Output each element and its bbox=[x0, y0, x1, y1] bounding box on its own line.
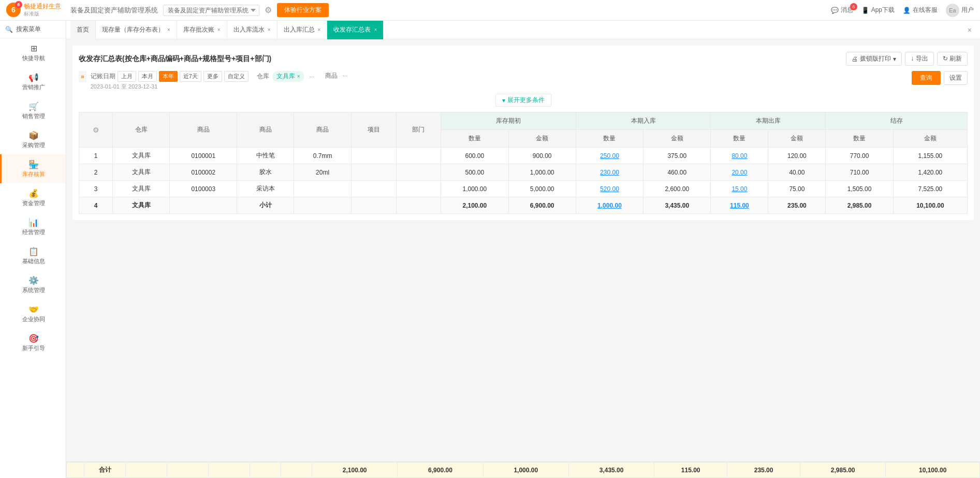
print-button[interactable]: 🖨 拨锁版打印 ▾ bbox=[846, 52, 902, 66]
print-icon: 🖨 bbox=[852, 55, 858, 63]
page-actions: 🖨 拨锁版打印 ▾ ↓ 导出 ↻ 刷新 bbox=[846, 52, 968, 66]
chevron-down-icon: ▾ bbox=[893, 55, 896, 63]
sidebar-item-inventory[interactable]: 🏪 库存核算 bbox=[0, 154, 66, 183]
filter-main: 记账日期 上月 本月 本年 近7天 更多 自定义 2023-01-01 至 20… bbox=[91, 71, 968, 91]
row1-open-qty: 600.00 bbox=[441, 148, 508, 164]
date-btn-this-year[interactable]: 本年 bbox=[159, 71, 178, 82]
content-area: 首页 现存量（库存分布表） × 库存批次账 × 出入库流水 × 出入库汇总 × bbox=[66, 21, 980, 478]
sidebar-item-basic-info[interactable]: 📋 基础信息 bbox=[0, 241, 66, 270]
data-table: ⚙ 仓库 商品 商品 商品 项目 部门 库存期初 本期入库 bbox=[79, 112, 968, 214]
sidebar-item-sales[interactable]: 🛒 销售管理 bbox=[0, 96, 66, 125]
row2-in-amt: 460.00 bbox=[643, 164, 711, 181]
notification-item[interactable]: 💬 消息 6 bbox=[831, 6, 853, 15]
tab-bar: 首页 现存量（库存分布表） × 库存批次账 × 出入库流水 × 出入库汇总 × bbox=[66, 21, 980, 39]
subtotal-empty-code bbox=[170, 197, 237, 214]
export-button[interactable]: ↓ 导出 bbox=[905, 52, 933, 66]
tab-close-receive-summary[interactable]: × bbox=[374, 27, 377, 33]
experience-button[interactable]: 体验行业方案 bbox=[277, 3, 329, 17]
total-out-qty: 115.00 bbox=[654, 462, 727, 478]
row3-in-qty[interactable]: 520.00 bbox=[576, 181, 643, 197]
sidebar-item-quick-nav[interactable]: ⊞ 快捷导航 bbox=[0, 38, 66, 67]
date-btn-last-month[interactable]: 上月 bbox=[118, 71, 136, 82]
page-content: 收发存汇总表(按仓库+商品编码+商品+规格型号+项目+部门) 🖨 拨锁版打印 ▾… bbox=[66, 39, 980, 461]
top-bar: 6 6 畅捷通好生意 标准版 装备及固定资产辅助管理系统 装备及固定资产辅助管理… bbox=[0, 0, 980, 21]
total-open-amt: 6,900.00 bbox=[398, 462, 483, 478]
row2-code: 0100002 bbox=[170, 164, 237, 181]
date-btn-more[interactable]: 更多 bbox=[203, 71, 222, 82]
app-download-item[interactable]: 📱 App下载 bbox=[861, 6, 895, 15]
tab-close-inout-flow[interactable]: × bbox=[268, 27, 271, 33]
tab-close-stock-dist[interactable]: × bbox=[167, 27, 170, 33]
tab-home[interactable]: 首页 bbox=[70, 21, 96, 39]
row2-bal-amt: 1,420.00 bbox=[893, 164, 967, 181]
gear-icon[interactable]: ⚙ bbox=[265, 5, 272, 15]
row1-spec: 0.7mm bbox=[294, 148, 352, 164]
row2-open-qty: 500.00 bbox=[441, 164, 508, 181]
sidebar-item-marketing[interactable]: 📢 营销推广 bbox=[0, 67, 66, 96]
page-card: 收发存汇总表(按仓库+商品编码+商品+规格型号+项目+部门) 🖨 拨锁版打印 ▾… bbox=[72, 46, 974, 220]
sidebar-item-system[interactable]: ⚙️ 系统管理 bbox=[0, 270, 66, 299]
collapse-toggle[interactable]: » bbox=[79, 71, 86, 82]
refresh-button[interactable]: ↻ 刷新 bbox=[937, 52, 968, 66]
query-button[interactable]: 查询 bbox=[912, 71, 941, 85]
user-item[interactable]: Ea 用户 bbox=[946, 4, 974, 17]
subtotal-in-amt: 3,435.00 bbox=[643, 197, 711, 214]
total-in-amt: 3,435.00 bbox=[568, 462, 654, 478]
tab-inout-summary[interactable]: 出入库汇总 × bbox=[277, 21, 328, 39]
footer-total-row: 合计 2,100.00 6,900.00 1,000.00 3,435.00 1… bbox=[66, 461, 980, 478]
logo-area: 6 6 畅捷通好生意 标准版 bbox=[6, 3, 61, 17]
date-filter-section: 记账日期 上月 本月 本年 近7天 更多 自定义 2023-01-01 至 20… bbox=[91, 71, 248, 91]
sidebar-item-purchase[interactable]: 📦 采购管理 bbox=[0, 125, 66, 154]
tab-receive-summary[interactable]: 收发存汇总表 × bbox=[327, 21, 384, 39]
tab-batch[interactable]: 库存批次账 × bbox=[177, 21, 227, 39]
row1-bal-qty: 770.00 bbox=[826, 148, 893, 164]
warehouse-tag-close[interactable]: × bbox=[297, 74, 300, 79]
col-goods-code-header: 商品 bbox=[170, 112, 237, 148]
row1-in-qty[interactable]: 250.00 bbox=[576, 148, 643, 164]
query-buttons: 查询 设置 bbox=[912, 71, 968, 85]
row2-out-qty[interactable]: 20.00 bbox=[711, 164, 768, 181]
tab-end-close[interactable]: × bbox=[963, 26, 976, 34]
warehouse-more-btn[interactable]: ··· bbox=[308, 72, 317, 81]
search-menu-item[interactable]: 🔍 搜索菜单 bbox=[0, 21, 66, 38]
sidebar-item-guide[interactable]: 🎯 新手引导 bbox=[0, 328, 66, 357]
subtotal-open-qty: 2,100.00 bbox=[441, 197, 508, 214]
date-btn-7days[interactable]: 近7天 bbox=[180, 71, 201, 82]
row3-out-qty[interactable]: 15.00 bbox=[711, 181, 768, 197]
goods-more-btn[interactable]: ··· bbox=[341, 71, 350, 80]
sidebar-item-collab[interactable]: 🤝 企业协同 bbox=[0, 299, 66, 328]
row2-dept bbox=[396, 164, 441, 181]
row3-out-amt: 75.00 bbox=[768, 181, 826, 197]
date-btn-this-month[interactable]: 本月 bbox=[138, 71, 157, 82]
subtotal-in-qty[interactable]: 1,000.00 bbox=[576, 197, 643, 214]
system-select[interactable]: 装备及固定资产辅助管理系统 bbox=[163, 5, 259, 16]
row3-project bbox=[352, 181, 397, 197]
col-balance-header: 结存 bbox=[826, 112, 968, 130]
tab-close-inout-summary[interactable]: × bbox=[318, 27, 321, 33]
row2-in-qty[interactable]: 230.00 bbox=[576, 164, 643, 181]
sidebar-item-finance[interactable]: 💰 资金管理 bbox=[0, 183, 66, 212]
column-settings-icon[interactable]: ⚙ bbox=[93, 126, 99, 134]
top-bar-actions: 💬 消息 6 📱 App下载 👤 在线客服 Ea 用户 bbox=[831, 4, 974, 17]
settings-button[interactable]: 设置 bbox=[944, 71, 968, 85]
export-icon: ↓ bbox=[911, 55, 914, 62]
row2-no: 2 bbox=[79, 164, 113, 181]
total-bal-amt: 10,100.00 bbox=[886, 462, 980, 478]
col-in-header: 本期入库 bbox=[576, 112, 711, 130]
col-settings-header[interactable]: ⚙ bbox=[79, 112, 113, 148]
tab-inout-flow[interactable]: 出入库流水 × bbox=[227, 21, 277, 39]
sidebar-item-business[interactable]: 📊 经营管理 bbox=[0, 212, 66, 241]
date-btn-custom[interactable]: 自定义 bbox=[224, 71, 248, 82]
row1-out-qty[interactable]: 80.00 bbox=[711, 148, 768, 164]
logo-sub: 标准版 bbox=[24, 10, 61, 18]
tab-stock-dist[interactable]: 现存量（库存分布表） × bbox=[96, 21, 177, 39]
total-spec bbox=[209, 462, 250, 478]
notification-badge: 6 bbox=[850, 3, 857, 10]
online-service-item[interactable]: 👤 在线客服 bbox=[903, 6, 938, 15]
table-row: 2 文具库 0100002 胶水 20ml 500.00 1,000.00 bbox=[79, 164, 968, 181]
expand-more-button[interactable]: ▾ 展开更多条件 bbox=[495, 94, 551, 107]
tab-close-batch[interactable]: × bbox=[217, 27, 221, 33]
filter-area: » 记账日期 上月 本月 本年 bbox=[79, 71, 968, 91]
col-in-qty: 数量 bbox=[576, 130, 643, 148]
subtotal-out-qty[interactable]: 115.00 bbox=[711, 197, 768, 214]
